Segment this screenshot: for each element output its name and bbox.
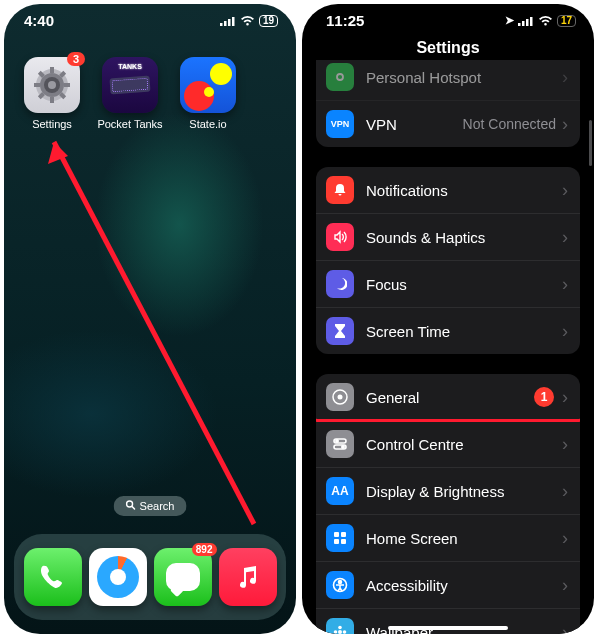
state-io-icon (180, 57, 236, 113)
messages-app[interactable]: 892 (154, 548, 212, 606)
svg-rect-2 (228, 19, 231, 26)
svg-line-17 (132, 507, 135, 510)
svg-rect-21 (522, 21, 525, 26)
battery-indicator: 19 (259, 15, 278, 27)
svg-point-37 (338, 626, 342, 630)
svg-rect-8 (34, 83, 40, 87)
general-badge: 1 (534, 387, 554, 407)
message-icon (166, 563, 200, 591)
chevron-icon: › (562, 180, 568, 201)
signal-icon-r (518, 12, 534, 29)
svg-marker-19 (48, 142, 68, 164)
state-io-label: State.io (189, 118, 226, 130)
svg-point-28 (336, 440, 338, 442)
gear-small-icon (326, 383, 354, 411)
row-label: Control Centre (366, 436, 562, 453)
settings-badge: 3 (67, 52, 85, 66)
row-wallpaper[interactable]: Wallpaper › (316, 609, 580, 634)
svg-rect-32 (334, 539, 339, 544)
app-state-io[interactable]: State.io (178, 57, 238, 130)
row-general[interactable]: General 1 › (316, 374, 580, 421)
row-label: Accessibility (366, 577, 562, 594)
row-label: General (366, 389, 534, 406)
svg-point-35 (339, 581, 342, 584)
svg-rect-1 (224, 21, 227, 26)
row-personal-hotspot[interactable]: Personal Hotspot › (316, 60, 580, 101)
svg-line-18 (54, 142, 254, 524)
settings-icon: 3 (24, 57, 80, 113)
chevron-icon: › (562, 481, 568, 502)
svg-rect-9 (64, 83, 70, 87)
compass-icon (97, 556, 139, 598)
chevron-icon: › (562, 321, 568, 342)
music-app[interactable] (219, 548, 277, 606)
svg-point-25 (338, 395, 343, 400)
status-bar-left: 4:40 19 (4, 4, 296, 31)
phone-app[interactable] (24, 548, 82, 606)
moon-icon (326, 270, 354, 298)
svg-rect-6 (50, 67, 54, 73)
row-value: Not Connected (463, 116, 556, 132)
bell-icon (326, 176, 354, 204)
svg-rect-20 (518, 23, 521, 26)
wifi-icon-r (538, 12, 553, 29)
row-notifications[interactable]: Notifications › (316, 167, 580, 214)
row-accessibility[interactable]: Accessibility › (316, 562, 580, 609)
chevron-icon: › (562, 575, 568, 596)
signal-icon (220, 12, 236, 29)
chevron-icon: › (562, 227, 568, 248)
row-vpn[interactable]: VPN VPN Not Connected › (316, 101, 580, 147)
row-screen-time[interactable]: Screen Time › (316, 308, 580, 354)
chevron-icon: › (562, 528, 568, 549)
row-label: Display & Brightness (366, 483, 562, 500)
settings-label: Settings (32, 118, 72, 130)
row-sounds[interactable]: Sounds & Haptics › (316, 214, 580, 261)
svg-rect-33 (341, 539, 346, 544)
row-display[interactable]: AA Display & Brightness › (316, 468, 580, 515)
chevron-icon: › (562, 387, 568, 408)
safari-app[interactable] (89, 548, 147, 606)
row-control-centre[interactable]: Control Centre › (316, 421, 580, 468)
messages-badge: 892 (192, 543, 217, 556)
search-icon (126, 500, 136, 512)
pocket-tanks-label: Pocket Tanks (97, 118, 162, 130)
svg-point-39 (334, 630, 338, 634)
svg-point-29 (342, 446, 344, 448)
row-label: Screen Time (366, 323, 562, 340)
scrollbar[interactable] (589, 120, 592, 166)
row-label: Notifications (366, 182, 562, 199)
row-label: Focus (366, 276, 562, 293)
flower-icon (326, 618, 354, 634)
svg-point-40 (343, 630, 347, 634)
svg-rect-23 (530, 17, 533, 26)
wifi-icon (240, 12, 255, 29)
row-label: Personal Hotspot (366, 69, 562, 86)
pocket-tanks-icon: TANKS (102, 57, 158, 113)
row-home-screen[interactable]: Home Screen › (316, 515, 580, 562)
status-bar-right: 11:25 ➤ 17 (302, 4, 594, 33)
home-screen: 4:40 19 3 Settings TANK (4, 4, 296, 634)
chevron-icon: › (562, 114, 568, 135)
svg-point-36 (338, 630, 342, 634)
row-label: Home Screen (366, 530, 562, 547)
svg-rect-22 (526, 19, 529, 26)
battery-indicator-r: 17 (557, 15, 576, 27)
app-pocket-tanks[interactable]: TANKS Pocket Tanks (100, 57, 160, 130)
toggles-icon (326, 430, 354, 458)
svg-rect-3 (232, 17, 235, 26)
chevron-icon: › (562, 622, 568, 635)
row-focus[interactable]: Focus › (316, 261, 580, 308)
row-label: Sounds & Haptics (366, 229, 562, 246)
search-label: Search (140, 500, 175, 512)
grid-icon (326, 524, 354, 552)
hourglass-icon (326, 317, 354, 345)
app-settings[interactable]: 3 Settings (22, 57, 82, 130)
svg-rect-30 (334, 532, 339, 537)
svg-rect-31 (341, 532, 346, 537)
person-icon (326, 571, 354, 599)
vpn-icon: VPN (326, 110, 354, 138)
spotlight-search[interactable]: Search (114, 496, 187, 516)
home-indicator[interactable] (388, 626, 508, 630)
svg-point-15 (48, 81, 56, 89)
aa-icon: AA (326, 477, 354, 505)
